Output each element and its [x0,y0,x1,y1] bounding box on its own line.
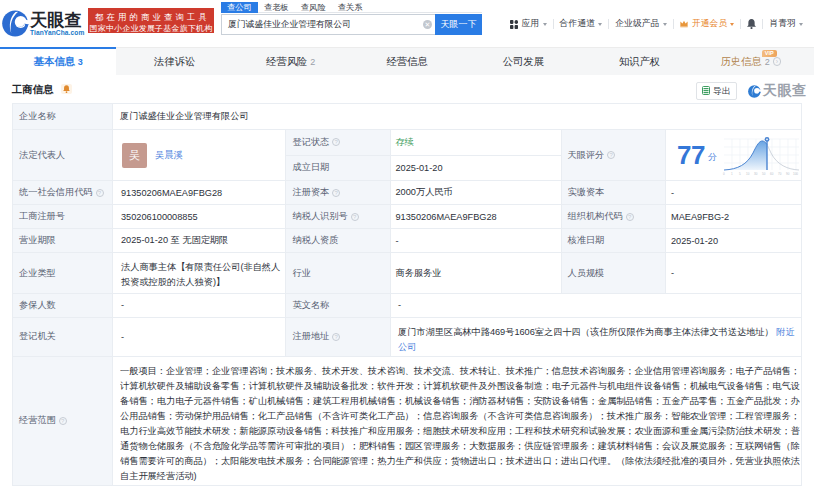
svg-text:70: 70 [778,171,782,175]
svg-text:30: 30 [754,171,758,175]
svg-text:10: 10 [746,171,750,175]
svg-text:5: 5 [739,171,741,175]
svg-text:100: 100 [793,171,798,175]
svg-text:60: 60 [770,171,774,175]
svg-text:0: 0 [723,171,725,175]
svg-text:90: 90 [786,171,790,175]
svg-text:1: 1 [731,171,733,175]
svg-text:50: 50 [762,171,766,175]
